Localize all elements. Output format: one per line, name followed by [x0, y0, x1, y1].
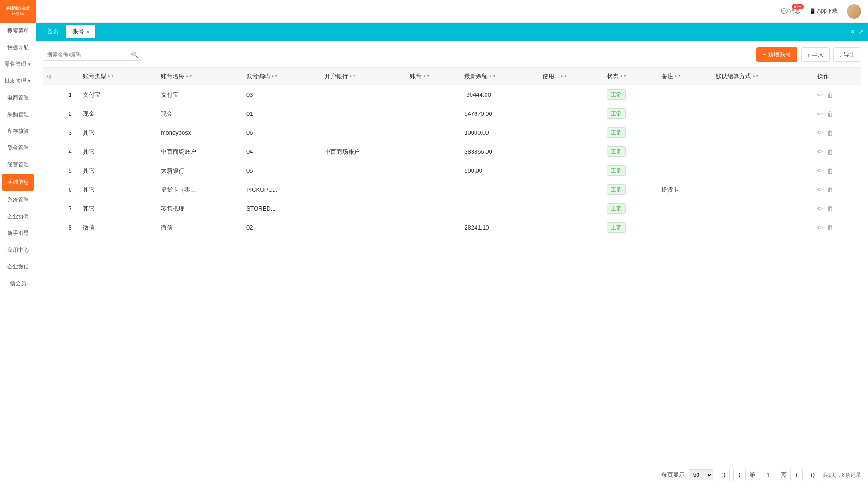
col-latest-balance[interactable]: 最新余额▲▼: [461, 68, 539, 85]
delete-icon[interactable]: 🗑: [827, 148, 834, 155]
col-status[interactable]: 状态▲▼: [603, 68, 657, 85]
row-account-code-3: 04: [243, 142, 321, 161]
row-bank-6: [321, 199, 406, 218]
edit-icon[interactable]: ✏: [817, 224, 823, 232]
sort-arrows-status[interactable]: ▲▼: [619, 75, 627, 78]
sort-arrows-account-code[interactable]: ▲▼: [271, 75, 278, 78]
sidebar-item-inventory-check[interactable]: 库存核算: [0, 123, 36, 140]
delete-icon[interactable]: 🗑: [827, 186, 834, 193]
row-status-6: 正常: [603, 199, 657, 218]
row-usage-7: [539, 218, 603, 237]
page-number-input[interactable]: [759, 470, 777, 480]
delete-icon[interactable]: 🗑: [827, 91, 834, 99]
export-button[interactable]: ↓ 导出: [833, 47, 862, 62]
edit-icon[interactable]: ✏: [817, 186, 823, 194]
tab-close-icon[interactable]: ×: [86, 29, 89, 34]
tab-close-window-icon[interactable]: ✕: [850, 28, 855, 35]
sort-arrows-balance[interactable]: ▲▼: [489, 75, 496, 78]
sidebar-item-business-mgmt[interactable]: 经营管理: [0, 156, 36, 173]
edit-icon[interactable]: ✏: [817, 205, 823, 213]
table-row: 4 其它 中百商场账户 04 中百商场账户 383866.00 正常 ✏ 🗑: [43, 142, 861, 161]
col-account-no[interactable]: 账号▲▼: [406, 68, 461, 85]
sort-arrows-account-no[interactable]: ▲▼: [423, 75, 430, 78]
delete-icon[interactable]: 🗑: [827, 224, 834, 231]
sidebar-item-wholesale-mgmt[interactable]: 批发管理▼: [0, 73, 36, 89]
sidebar-item-newcomer-guide[interactable]: 新手引导: [0, 225, 36, 242]
sidebar-logo: 畅捷通好生意 乐惠版: [0, 0, 36, 23]
sidebar-label: 搜索菜单: [7, 28, 29, 34]
row-bank-1: [321, 104, 406, 123]
add-account-button[interactable]: + 新增账号: [756, 47, 797, 62]
sidebar-item-purchase-mgmt[interactable]: 采购管理: [0, 106, 36, 123]
row-status-1: 正常: [603, 104, 657, 123]
sort-arrows-account-name[interactable]: ▲▼: [185, 75, 193, 78]
col-account-type[interactable]: 账号类型▲▼: [79, 68, 157, 85]
message-button[interactable]: 💬 消息 99+: [781, 7, 800, 15]
row-settings-1: [43, 104, 61, 123]
page-next-button[interactable]: ⟩: [790, 469, 803, 481]
row-account-type-5: 其它: [79, 180, 157, 199]
delete-icon[interactable]: 🗑: [827, 167, 834, 174]
column-settings-icon[interactable]: ⚙: [47, 73, 52, 80]
col-remarks[interactable]: 备注▲▼: [658, 68, 712, 85]
row-usage-0: [539, 85, 603, 104]
col-usage[interactable]: 使用...▲▼: [539, 68, 603, 85]
sidebar-item-search-menu[interactable]: 搜索菜单: [0, 23, 36, 39]
sort-arrows-settlement[interactable]: ▲▼: [752, 75, 759, 78]
sidebar-item-app-center[interactable]: 应用中心: [0, 242, 36, 258]
toolbar-right: + 新增账号 ↑ 导入 ↓ 导出: [756, 47, 861, 62]
edit-icon[interactable]: ✏: [817, 110, 823, 118]
search-input[interactable]: [47, 52, 128, 58]
row-status-0: 正常: [603, 85, 657, 104]
page-size-select[interactable]: 50 100: [689, 469, 713, 480]
tab-account[interactable]: 账号 ×: [66, 25, 95, 38]
user-avatar[interactable]: [847, 4, 861, 19]
delete-icon[interactable]: 🗑: [827, 205, 834, 212]
col-account-name[interactable]: 账号名称▲▼: [157, 68, 243, 85]
col-account-code[interactable]: 账号编码▲▼: [243, 68, 321, 85]
tab-home[interactable]: 首页: [41, 25, 65, 38]
row-settlement-4: [712, 161, 814, 180]
row-account-code-2: 06: [243, 123, 321, 142]
import-button[interactable]: ↑ 导入: [801, 47, 830, 62]
col-default-settlement[interactable]: 默认结算方式▲▼: [712, 68, 814, 85]
col-bank[interactable]: 开户银行▲▼: [321, 68, 406, 85]
sidebar-item-retail-mgmt[interactable]: 零售管理▼: [0, 56, 36, 73]
per-page-label: 每页显示: [661, 471, 685, 479]
sort-arrows-usage[interactable]: ▲▼: [560, 75, 567, 78]
table-row: 5 其它 大新银行 05 500.00 正常 ✏ 🗑: [43, 161, 861, 180]
sort-arrows-account-type[interactable]: ▲▼: [107, 75, 114, 78]
sidebar-item-system-mgmt[interactable]: 系统管理: [0, 192, 36, 208]
sidebar-item-quick-nav[interactable]: 快捷导航: [0, 39, 36, 56]
edit-icon[interactable]: ✏: [817, 167, 823, 175]
sidebar-item-corp-agreement[interactable]: 企业协同: [0, 208, 36, 225]
sidebar-item-capital-mgmt[interactable]: 资金管理: [0, 140, 36, 156]
row-account-code-5: PICKUPC...: [243, 180, 321, 199]
tab-expand-icon[interactable]: ⤢: [858, 28, 863, 35]
sidebar-item-corp-wechat[interactable]: 企业微信: [0, 258, 36, 275]
sidebar-item-vip-member[interactable]: 畅会员: [0, 275, 36, 292]
edit-icon[interactable]: ✏: [817, 129, 823, 137]
sort-arrows-remarks[interactable]: ▲▼: [674, 75, 681, 78]
page-first-button[interactable]: ⟨⟨: [717, 469, 730, 481]
row-actions-1: ✏ 🗑: [814, 104, 861, 123]
delete-icon[interactable]: 🗑: [827, 129, 834, 136]
table-row: 3 其它 moneybosx 06 10000.00 正常 ✏ 🗑: [43, 123, 861, 142]
row-account-code-4: 05: [243, 161, 321, 180]
row-actions-0: ✏ 🗑: [814, 85, 861, 104]
search-box[interactable]: 🔍: [43, 49, 142, 61]
row-num-2: 3: [61, 123, 79, 142]
delete-icon[interactable]: 🗑: [827, 110, 834, 117]
edit-icon[interactable]: ✏: [817, 91, 823, 99]
sort-arrows-bank[interactable]: ▲▼: [349, 75, 356, 78]
sidebar-item-ecommerce-mgmt[interactable]: 电商管理: [0, 89, 36, 106]
edit-icon[interactable]: ✏: [817, 148, 823, 156]
row-settings-0: [43, 85, 61, 104]
page-prev-button[interactable]: ⟨: [733, 469, 746, 481]
row-actions-4: ✏ 🗑: [814, 161, 861, 180]
chevron-down-icon: ▼: [28, 79, 31, 83]
sidebar-item-basic-info[interactable]: 基础信息: [2, 174, 34, 191]
app-download-button[interactable]: 📱 App下载: [809, 7, 838, 15]
page-last-button[interactable]: ⟩⟩: [807, 469, 819, 481]
row-account-code-0: 03: [243, 85, 321, 104]
